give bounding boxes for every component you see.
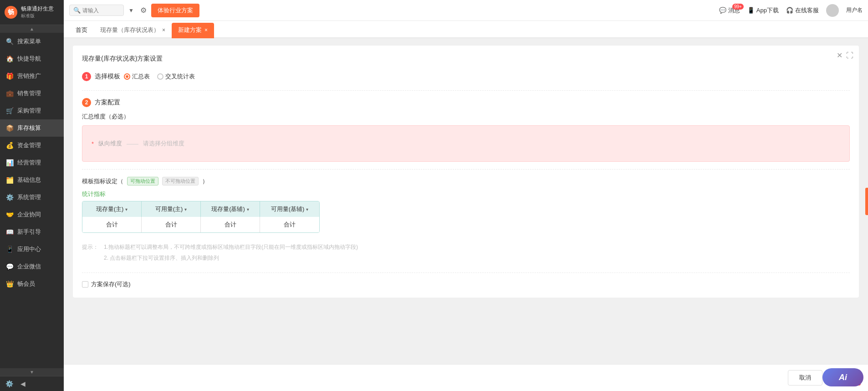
- message-btn[interactable]: 💬 消息 99+: [719, 6, 740, 15]
- hint-2: 2. 点击标题栏下拉可设置排序、插入列和删除列: [82, 252, 850, 263]
- save-option: 方案保存(可选): [82, 280, 850, 288]
- dash: ——: [127, 140, 138, 147]
- tab-home[interactable]: 首页: [69, 23, 94, 38]
- search-input[interactable]: [82, 7, 119, 14]
- gift-icon: 🎁: [5, 72, 14, 80]
- tab-home-label: 首页: [76, 26, 87, 34]
- stat-title: 统计指标: [82, 190, 850, 198]
- sidebar-item-purchase[interactable]: 🛒 采购管理: [0, 102, 64, 119]
- col-header-2[interactable]: 现存量(基辅) ▾: [201, 201, 260, 217]
- hints-area: 提示： 1.拖动标题栏可以调整布局，不可跨维度或指标区域拖动栏目字段(只能在同一…: [82, 242, 850, 263]
- user-avatar[interactable]: [826, 4, 839, 17]
- money-icon: 💰: [5, 141, 14, 149]
- service-btn[interactable]: 🎧 在线客服: [786, 6, 819, 15]
- sidebar-scroll-down[interactable]: ▼: [0, 368, 64, 376]
- sidebar-item-label: 基础信息: [17, 176, 41, 184]
- summary-dim-config: 汇总维度（必选） * 纵向维度 —— 请选择分组维度: [82, 113, 850, 162]
- sidebar-item-operation[interactable]: 📊 经营管理: [0, 154, 64, 171]
- tab-new-scheme[interactable]: 新建方案 ×: [172, 23, 214, 38]
- required-mark: *: [92, 140, 94, 147]
- close-panel-btn[interactable]: ✕: [837, 51, 842, 60]
- ai-badge-label: Ai: [839, 373, 847, 382]
- sidebar-item-basic[interactable]: 🗂️ 基础信息: [0, 171, 64, 189]
- col-body-2: 合计: [201, 217, 260, 232]
- wechat-icon: 💬: [5, 262, 14, 271]
- col-header-0[interactable]: 现存量(主) ▾: [82, 201, 142, 217]
- collapse-icon[interactable]: ◀: [20, 380, 26, 387]
- chart-icon: 📊: [5, 159, 14, 167]
- col-summary-0: 合计: [106, 221, 118, 229]
- sidebar-item-sales[interactable]: 💼 销售管理: [0, 85, 64, 102]
- settings-icon[interactable]: ⚙️: [5, 380, 13, 387]
- sidebar-item-newbie[interactable]: 📖 新手引导: [0, 223, 64, 241]
- message-badge: 99+: [732, 4, 744, 10]
- home-icon: 🏠: [5, 55, 14, 63]
- radio-dot-cross: [157, 73, 163, 80]
- app-name: 畅康通好生意: [21, 5, 54, 13]
- sidebar-item-enterprise[interactable]: 🤝 企业协同: [0, 206, 64, 223]
- vertical-dim-label: 纵向维度: [98, 139, 122, 148]
- app-download-btn[interactable]: 📱 App下载: [747, 6, 779, 15]
- radio-summary-label: 汇总表: [132, 72, 150, 81]
- tab-new-scheme-label: 新建方案: [178, 26, 202, 34]
- section-divider: [82, 90, 850, 91]
- sidebar-item-wechat[interactable]: 💬 企业微信: [0, 258, 64, 275]
- sidebar-item-label: 畅会员: [17, 280, 35, 288]
- topbar-right: 💬 消息 99+ 📱 App下载 🎧 在线客服 用户名: [719, 4, 863, 17]
- search-icon: 🔍: [5, 37, 14, 46]
- cancel-button[interactable]: 取消: [788, 370, 822, 386]
- section1-num: 1: [82, 72, 91, 81]
- username-label[interactable]: 用户名: [846, 6, 863, 14]
- panel-actions: ✕ ⛶: [837, 51, 853, 60]
- tab-inventory-status-label: 现存量（库存状况表）: [100, 26, 159, 34]
- headset-icon: 🎧: [786, 7, 793, 14]
- tab-close-icon[interactable]: ×: [204, 27, 208, 33]
- topbar-gear-icon[interactable]: ⚙: [140, 6, 147, 15]
- search-dropdown-icon[interactable]: ▼: [128, 7, 134, 14]
- app-icon: 📱: [747, 7, 755, 14]
- tab-inventory-status[interactable]: 现存量（库存状况表） ×: [94, 23, 172, 38]
- sidebar-nav: 🔍 搜索菜单 🏠 快捷导航 🎁 营销推广 💼 销售管理 🛒 采购管理 📦 库存核…: [0, 33, 64, 368]
- sidebar-item-finance[interactable]: 💰 资金管理: [0, 137, 64, 154]
- sidebar-item-marketing[interactable]: 🎁 营销推广: [0, 67, 64, 85]
- experience-btn[interactable]: 体验行业方案: [151, 4, 199, 17]
- topbar-search-box[interactable]: 🔍: [69, 5, 124, 16]
- radio-cross[interactable]: 交叉统计表: [157, 72, 195, 81]
- save-checkbox[interactable]: [82, 281, 88, 288]
- chevron-down-icon-2: ▾: [247, 207, 249, 212]
- footer-divider: [82, 273, 850, 273]
- sidebar-item-app-center[interactable]: 📱 应用中心: [0, 241, 64, 258]
- col-summary-3: 合计: [284, 221, 296, 229]
- main-panel: ✕ ⛶ 现存量(库存状况表)方案设置 1 选择模板 汇总表: [73, 46, 859, 298]
- col-header-0-label: 现存量(主): [96, 205, 124, 213]
- topbar: 🔍 ▼ ⚙ 体验行业方案 💬 消息 99+ 📱 App下载 🎧 在线客服 用户名: [64, 0, 868, 21]
- mobile-icon: 📱: [5, 245, 14, 253]
- tab-close-icon[interactable]: ×: [162, 27, 165, 33]
- content-area: ✕ ⛶ 现存量(库存状况表)方案设置 1 选择模板 汇总表: [64, 38, 868, 364]
- col-header-3[interactable]: 可用量(基辅) ▾: [260, 201, 319, 217]
- dim-placeholder: 请选择分组维度: [143, 139, 184, 148]
- sidebar-item-inventory[interactable]: 📦 库存核算: [0, 119, 64, 137]
- sidebar-item-member[interactable]: 👑 畅会员: [0, 275, 64, 293]
- sidebar-scroll-up[interactable]: ▲: [0, 25, 64, 33]
- sidebar-item-label: 资金管理: [17, 141, 41, 149]
- chevron-down-icon-0: ▾: [125, 207, 128, 212]
- vertical-dim-area[interactable]: * 纵向维度 —— 请选择分组维度: [82, 125, 850, 162]
- hint-1-text: 1.拖动标题栏可以调整布局，不可跨维度或指标区域拖动栏目字段(只能在同一维度或指…: [104, 244, 358, 250]
- ai-badge[interactable]: Ai: [822, 368, 863, 386]
- briefcase-icon: 💼: [5, 89, 14, 98]
- indicator-settings-label: 模板指标设定（ 可拖动位置 不可拖动位置 ）: [82, 177, 850, 185]
- section1-title: 选择模板: [95, 72, 120, 81]
- sidebar-item-system[interactable]: ⚙️ 系统管理: [0, 189, 64, 206]
- radio-summary[interactable]: 汇总表: [124, 72, 150, 81]
- tabbar: 首页 现存量（库存状况表） × 新建方案 ×: [64, 21, 868, 38]
- sidebar-item-quick-nav[interactable]: 🏠 快捷导航: [0, 50, 64, 67]
- page-title: 现存量(库存状况表)方案设置: [82, 55, 850, 63]
- indicator-settings-close: ）: [202, 177, 208, 185]
- sidebar-item-label: 新手引导: [17, 228, 41, 236]
- sidebar-item-search[interactable]: 🔍 搜索菜单: [0, 33, 64, 50]
- expand-panel-btn[interactable]: ⛶: [846, 51, 853, 60]
- indicator-settings-text: 模板指标设定（: [82, 177, 123, 185]
- col-body-1: 合计: [142, 217, 201, 232]
- col-header-1[interactable]: 可用量(主) ▾: [142, 201, 201, 217]
